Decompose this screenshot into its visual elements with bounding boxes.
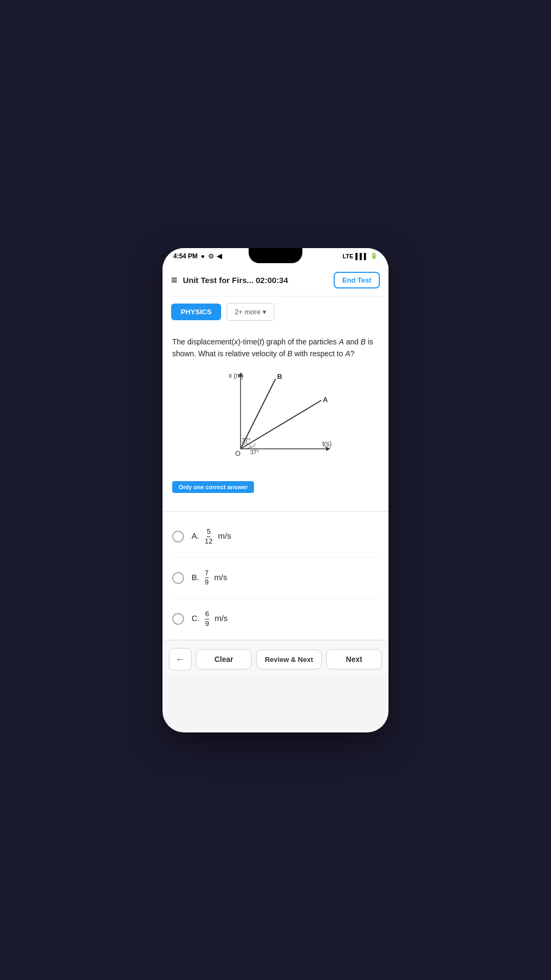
- radio-b[interactable]: [172, 572, 184, 584]
- svg-text:t(s): t(s): [322, 440, 331, 448]
- review-next-button[interactable]: Review & Next: [256, 650, 322, 669]
- subject-tabs: PHYSICS 2+ more ▾: [163, 297, 388, 327]
- wifi-icon: ⊙: [208, 252, 214, 260]
- network-label: LTE: [343, 253, 354, 259]
- answer-badge: Only one correct answer: [172, 481, 254, 493]
- phone-frame: 4:54 PM ● ⊙ ◀ LTE ▌▌▌ 🔋 ≡ Unit Test for …: [163, 248, 388, 732]
- location-icon: ◀: [217, 252, 222, 260]
- option-c-text: C. 6 9 m/s: [192, 610, 228, 628]
- app-content: ≡ Unit Test for Firs... 02:00:34 End Tes…: [163, 264, 388, 679]
- back-button[interactable]: ←: [169, 648, 192, 671]
- more-tabs-button[interactable]: 2+ more ▾: [227, 303, 274, 321]
- status-right: LTE ▌▌▌ 🔋: [343, 252, 378, 259]
- arrow-left-icon: ←: [175, 654, 185, 665]
- radio-a[interactable]: [172, 531, 184, 542]
- graph-container: O x (m) t(s) B A: [172, 368, 379, 470]
- chevron-down-icon: ▾: [263, 308, 266, 316]
- option-a-text: A. 5 12 m/s: [192, 528, 231, 545]
- question-area: The displacement(x)-time(t) graph of the…: [163, 327, 388, 507]
- question-text: The displacement(x)-time(t) graph of the…: [172, 336, 379, 360]
- radio-c[interactable]: [172, 613, 184, 625]
- svg-text:37°: 37°: [242, 437, 251, 443]
- signal-bars-icon: ▌▌▌: [356, 253, 368, 259]
- bottom-bar: ← Clear Review & Next Next: [163, 640, 388, 678]
- option-c[interactable]: C. 6 9 m/s: [172, 598, 379, 640]
- graph-svg: O x (m) t(s) B A: [214, 368, 337, 470]
- svg-text:O: O: [235, 449, 241, 457]
- time-display: 4:54 PM: [173, 252, 197, 260]
- option-b-text: B. 7 9 m/s: [192, 569, 227, 587]
- signal-icon: ●: [201, 252, 204, 260]
- status-left: 4:54 PM ● ⊙ ◀: [173, 252, 222, 260]
- option-b[interactable]: B. 7 9 m/s: [172, 558, 379, 599]
- next-button[interactable]: Next: [326, 649, 382, 669]
- app-header: ≡ Unit Test for Firs... 02:00:34 End Tes…: [163, 264, 388, 297]
- option-a[interactable]: A. 5 12 m/s: [172, 516, 379, 558]
- end-test-button[interactable]: End Test: [334, 272, 380, 288]
- physics-tab[interactable]: PHYSICS: [171, 304, 221, 320]
- svg-text:A: A: [323, 396, 328, 404]
- svg-text:37°: 37°: [250, 449, 259, 455]
- page-title: Unit Test for Firs... 02:00:34: [183, 276, 288, 285]
- clear-button[interactable]: Clear: [196, 649, 252, 669]
- svg-text:B: B: [277, 372, 282, 380]
- options-area: A. 5 12 m/s B. 7 9 m/s: [163, 516, 388, 640]
- menu-icon[interactable]: ≡: [171, 274, 178, 286]
- divider-1: [163, 511, 388, 512]
- header-left: ≡ Unit Test for Firs... 02:00:34: [171, 274, 288, 286]
- notch: [249, 248, 302, 263]
- svg-text:x (m): x (m): [229, 372, 243, 379]
- battery-icon: 🔋: [370, 252, 378, 259]
